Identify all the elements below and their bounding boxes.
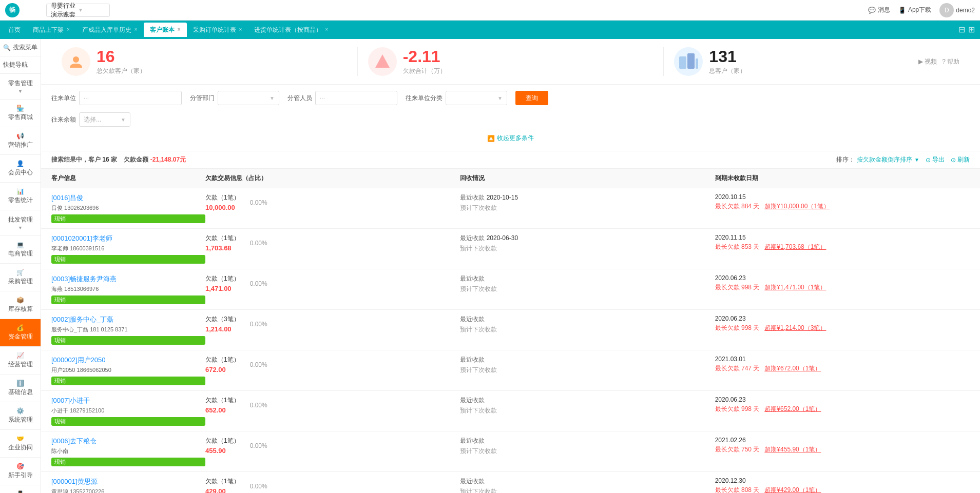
customer-name-link[interactable]: [0006]去下粮仓 (51, 437, 205, 446)
overdue-link[interactable]: 超期¥1,214.00（3笔） (764, 324, 826, 331)
customer-name-link[interactable]: [000001]黄思源 (51, 477, 205, 486)
overdue-link[interactable]: 超期¥1,471.00（1笔） (764, 284, 826, 291)
last-return-label: 最近收款 (460, 356, 715, 364)
member-icon: 👤 (16, 160, 24, 167)
app-download-btn[interactable]: 📱 App下载 (898, 6, 931, 14)
sidebar-item-ecom-mgmt[interactable]: 💻 电商管理 (0, 236, 41, 264)
user-profile[interactable]: D demo2 (939, 3, 975, 17)
sidebar-item-finance[interactable]: 💰 资金管理 (0, 319, 41, 347)
category-select[interactable]: ▼ (446, 91, 507, 105)
tab-home[interactable]: 首页 (2, 23, 27, 37)
sidebar-item-basic-info[interactable]: ℹ️ 基础信息 (0, 374, 41, 402)
overdue-link[interactable]: 超期¥1,703.68（1笔） (764, 243, 826, 250)
sidebar-search[interactable]: 🔍 搜索菜单 (0, 39, 41, 56)
person-input[interactable]: ··· (315, 91, 397, 105)
tab-close-icon[interactable]: × (325, 27, 328, 32)
tab-close-icon[interactable]: × (134, 27, 138, 32)
tab-close-icon[interactable]: × (178, 27, 181, 32)
customer-name-link[interactable]: [0016]吕俊 (51, 193, 205, 203)
message-btn[interactable]: 💬 消息 (868, 6, 890, 14)
stat-card-right: ▶ 视频 ? 帮助 (918, 57, 959, 66)
overdue-link[interactable]: 超期¥652.00（1笔） (764, 405, 821, 412)
collapse-more-btn[interactable]: 🔼 收起更多条件 (51, 132, 970, 145)
customer-name-link[interactable]: [0002]服务中心_丁磊 (51, 315, 205, 324)
sidebar-item-inventory[interactable]: 📦 库存核算 (0, 291, 41, 319)
sidebar-item-newbie-guide[interactable]: 🎯 新手引导 (0, 458, 41, 485)
tab-expand-btn[interactable]: ⊞ (968, 26, 975, 34)
filter-balance: 往来余额 选择... ▼ (51, 112, 130, 127)
retail-mgmt-label: 零售管理 (8, 79, 33, 88)
sort-arrow-icon[interactable]: ▼ (914, 157, 919, 163)
next-return-label: 预计下次收款 (460, 447, 715, 456)
tab-purchase-order[interactable]: 采购订单统计表 × (187, 23, 248, 37)
sidebar-item-retail-stats[interactable]: 📊 零售统计 (0, 183, 41, 210)
customer-name-link[interactable]: [0007]小进干 (51, 396, 205, 405)
query-button[interactable]: 查询 (515, 91, 548, 105)
debt-info-cell: 欠款（3笔） 1,214.00 0.00% (205, 315, 460, 333)
tab-production-history-label: 产成品入库单历史 (82, 26, 131, 34)
debt-amount: 455.90 (205, 447, 240, 455)
sidebar-item-retail-mgmt[interactable]: 零售管理 ▼ (0, 74, 41, 100)
sidebar-item-batch-mgmt[interactable]: 批发管理 ▼ (0, 210, 41, 236)
sidebar-quick-nav[interactable]: 快捷导航 (0, 56, 41, 74)
customer-info-cell: [0002]服务中心_丁磊 服务中心_丁磊 181 0125 8371 现销 (51, 315, 205, 345)
sidebar-item-member-center[interactable]: 👤 会员中心 (0, 155, 41, 183)
customer-name-link[interactable]: [0001020001]李老师 (51, 234, 205, 243)
sidebar-item-system-mgmt[interactable]: ⚙️ 系统管理 (0, 402, 41, 430)
finance-label: 资金管理 (8, 332, 33, 341)
export-btn[interactable]: ⊙ 导出 (926, 155, 945, 164)
tab-inventory-stats[interactable]: 进货单统计表（按商品） × (248, 23, 334, 37)
tab-close-icon[interactable]: × (239, 27, 242, 32)
overdue-days: 最长欠款 750 天 超期¥455.90（1笔） (715, 445, 970, 454)
debt-customers-number: 16 (97, 48, 146, 65)
sidebar-item-app-center[interactable]: 📱 应用中心 (0, 485, 41, 493)
sidebar-item-purchase-mgmt[interactable]: 🛒 采购管理 (0, 264, 41, 291)
debt-amount: 1,214.00 (205, 325, 240, 333)
customer-name-link[interactable]: [0003]畅捷服务尹海燕 (51, 274, 205, 284)
sidebar-item-enterprise-coop[interactable]: 🤝 企业协同 (0, 430, 41, 458)
refresh-btn[interactable]: ⊙ 刷新 (951, 155, 970, 164)
debt-count: 欠款（3笔） (205, 315, 240, 324)
tab-close-icon[interactable]: × (67, 27, 70, 32)
stat-info-total-customers: 131 总客户（家） (709, 48, 746, 75)
customer-info-cell: [0006]去下粮仓 陈小南 现销 (51, 437, 205, 466)
tab-customer-account[interactable]: 客户账本 × (144, 23, 187, 37)
ecom-label: 电商管理 (8, 249, 33, 258)
batch-mgmt-label: 批发管理 (8, 215, 33, 224)
overdue-info-cell: 2020.06.23 最长欠款 998 天 超期¥652.00（1笔） (715, 396, 970, 413)
dept-select[interactable]: ▼ (218, 91, 279, 105)
retail-mall-icon: 🏪 (16, 105, 24, 112)
svg-rect-2 (679, 56, 686, 69)
stat-card-debt-customers: 16 总欠款客户（家） (51, 47, 358, 76)
customer-contact: 李老师 18600391516 (51, 245, 205, 252)
debt-percent: 0.00% (250, 361, 267, 368)
refresh-icon: ⊙ (951, 156, 956, 164)
tab-product-listing[interactable]: 商品上下架 × (27, 23, 76, 37)
sidebar-item-business-mgmt[interactable]: 📈 经营管理 (0, 347, 41, 374)
help-btn[interactable]: ? 帮助 (942, 57, 959, 66)
table-row: [0002]服务中心_丁磊 服务中心_丁磊 181 0125 8371 现销 欠… (41, 310, 980, 350)
tab-minimize-btn[interactable]: ⊟ (958, 26, 965, 34)
video-icon: ▶ (918, 58, 923, 65)
overdue-link[interactable]: 超期¥672.00（1笔） (764, 365, 821, 372)
store-selector[interactable]: 母婴行业演示账套 ▼ (46, 4, 110, 17)
overdue-link[interactable]: 超期¥455.90（1笔） (764, 446, 821, 453)
retail-stats-label: 零售统计 (8, 196, 33, 205)
overdue-link[interactable]: 超期¥429.00（1笔） (764, 486, 821, 493)
video-help-btn[interactable]: ▶ 视频 (918, 57, 937, 66)
logo-icon: 畅 (5, 3, 20, 17)
overdue-days: 最长欠款 998 天 超期¥1,471.00（1笔） (715, 283, 970, 292)
debt-amount: 672.00 (205, 366, 240, 373)
search-icon: 🔍 (3, 44, 11, 51)
tab-production-history[interactable]: 产成品入库单历史 × (76, 23, 144, 37)
purchase-icon: 🛒 (16, 269, 24, 276)
sidebar-item-marketing[interactable]: 📢 营销推广 (0, 127, 41, 155)
customer-name-link[interactable]: [000002]用户2050 (51, 356, 205, 365)
balance-select[interactable]: 选择... ▼ (79, 112, 130, 127)
supplier-input[interactable]: ··· (79, 91, 182, 105)
overdue-days: 最长欠款 998 天 超期¥1,214.00（3笔） (715, 324, 970, 332)
sidebar-item-retail-mall[interactable]: 🏪 零售商城 (0, 100, 41, 127)
basic-info-label: 基础信息 (8, 388, 33, 397)
overdue-link[interactable]: 超期¥10,000.00（1笔） (764, 203, 830, 210)
balance-label: 往来余额 (51, 115, 76, 124)
